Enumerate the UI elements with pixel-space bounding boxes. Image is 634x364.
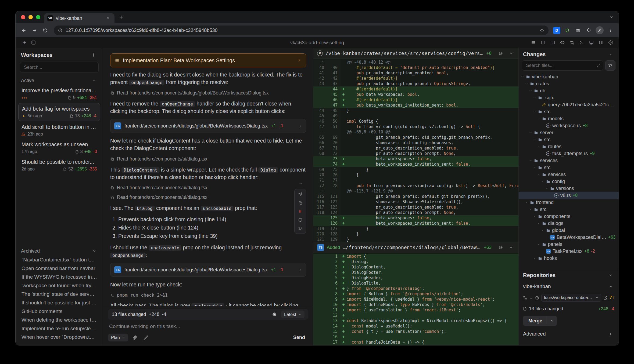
more-actions-button[interactable] [296, 179, 305, 187]
mode-dropdown[interactable]: Plan [108, 334, 128, 341]
extensions-button[interactable] [584, 26, 593, 35]
tree-folder-row[interactable]: server [519, 129, 619, 136]
changes-collapse-button[interactable] [606, 50, 614, 58]
tree-folder-row[interactable]: src [519, 206, 619, 213]
archived-workspace-item[interactable]: When hover over `Dropdown.tsx` i... [16, 333, 103, 341]
workspace-item[interactable]: Add beta flag for workspaces5m ago13+248… [18, 103, 100, 121]
tree-folder-row[interactable]: db [519, 87, 619, 94]
close-window-button[interactable] [21, 15, 25, 19]
maximize-window-button[interactable] [36, 15, 40, 19]
tree-folder-row[interactable]: services [519, 157, 619, 164]
edited-file-card[interactable]: TSfrontend/src/components/dialogs/global… [110, 119, 306, 133]
tab-search-button[interactable] [607, 13, 615, 21]
workspaces-search-input[interactable] [20, 62, 99, 73]
message-input[interactable]: Continue working on this task... [108, 321, 308, 330]
archived-workspace-item[interactable]: GitHub comments [16, 307, 103, 316]
dev-server-button[interactable] [587, 39, 596, 46]
site-info-button[interactable] [58, 28, 62, 32]
workspace-item[interactable]: Mark workspaces as unseen17h ago3+45-0 [16, 139, 103, 156]
repositories-collapse-button[interactable] [606, 271, 614, 279]
branch-selector[interactable]: louis/workspace-onboarding [541, 294, 601, 302]
toggle-right-panel-button[interactable] [597, 39, 605, 46]
tree-folder-row[interactable]: src [519, 164, 619, 171]
repository-row[interactable]: vibe-kanban [519, 281, 619, 292]
tool-call-row[interactable]: Read frontend/src/components/ui/dialog.t… [110, 185, 306, 191]
archived-workspace-item[interactable]: 'workspace not found' when trying ... [16, 281, 103, 290]
tree-folder-row[interactable]: panels [519, 241, 619, 248]
merge-options-button[interactable] [548, 316, 557, 326]
diff-header[interactable]: R /vibe-kanban/crates/services/src/servi… [313, 48, 518, 59]
tree-file-row[interactable]: query-70b21c5c0a2ba5c21c9c1132f14a68 [519, 101, 619, 108]
layout-columns-button[interactable] [539, 39, 547, 46]
advanced-row[interactable]: Advanced [519, 328, 619, 340]
tab-close-button[interactable] [105, 15, 111, 21]
send-button[interactable]: Send [290, 333, 308, 342]
open-file-button[interactable] [497, 244, 504, 251]
diff-hunk-header[interactable]: @@ -65,8 +69,10 @@ [313, 129, 518, 135]
browser-menu-button[interactable] [606, 26, 615, 35]
open-in-ide-button[interactable] [19, 39, 28, 46]
archived-workspace-item[interactable]: If the WYSIWYG is focussed in `Cre... [16, 273, 103, 281]
tool-call-row[interactable]: Read frontend/src/components/dialogs/glo… [110, 90, 306, 96]
tree-folder-row[interactable]: src [519, 108, 619, 115]
url-bar[interactable]: 127.0.0.1:57095/workspaces/c63c9fd6-dfb8… [54, 26, 549, 35]
merge-button[interactable]: Merge [523, 316, 548, 326]
profile-avatar[interactable] [596, 26, 604, 34]
expand-search-button[interactable] [597, 63, 600, 67]
collapse-diff-button[interactable] [507, 50, 515, 57]
open-branch-button[interactable] [603, 296, 607, 300]
tree-file-row[interactable]: Rworkspace.rs+8 [519, 122, 619, 129]
git-actions-button[interactable] [568, 39, 576, 46]
git-branch-button[interactable] [296, 224, 305, 232]
archived-collapse-button[interactable] [91, 248, 98, 254]
archived-workspace-item[interactable]: `NavbarContainer.tsx` button to g... [16, 256, 103, 264]
browser-tab[interactable]: VK vibe-kanban [44, 13, 114, 23]
open-file-button[interactable] [497, 50, 504, 57]
open-preview-button[interactable] [296, 216, 305, 224]
tree-folder-row[interactable]: hooks [519, 255, 619, 262]
board-view-button[interactable] [29, 39, 38, 46]
diff-hunk-header[interactable]: @@ -40,8 +40,12 @@ [313, 60, 518, 65]
diff-view-toggle-button[interactable] [605, 60, 615, 71]
forward-button[interactable] [30, 26, 39, 35]
tool-call-row[interactable]: Read frontend/src/components/ui/dialog.t… [110, 156, 306, 162]
archived-workspace-item[interactable]: Open command bar from navbar [16, 264, 103, 273]
tree-folder-row[interactable]: config [519, 178, 619, 185]
edit-button[interactable] [142, 334, 150, 341]
diff-header[interactable]: TS Added …/frontend/src/components/dialo… [313, 242, 518, 253]
tree-file-row[interactable]: Rv8.rs+8 [519, 192, 619, 199]
stop-process-button[interactable] [296, 207, 305, 215]
camera-extension-button[interactable] [573, 26, 583, 35]
tool-call-row[interactable]: pnpm run check 2>&1 [110, 293, 306, 298]
tree-folder-row[interactable]: .sqlx [519, 94, 619, 101]
edited-file-card[interactable]: TSfrontend/src/components/dialogs/global… [110, 263, 306, 277]
files-search-input[interactable] [522, 60, 603, 71]
collapse-diff-button[interactable] [507, 244, 515, 251]
diff-hunk-header[interactable]: @@ -115,7 +121,9 @@ [313, 188, 518, 194]
add-workspace-button[interactable] [89, 51, 98, 59]
tree-folder-row[interactable]: services [519, 171, 619, 178]
tree-folder-row[interactable]: src [519, 136, 619, 143]
toggle-left-panel-button[interactable] [548, 39, 557, 46]
tree-file-row[interactable]: TSTaskPanel.tsx+8-2 [519, 248, 619, 255]
extension-d-button[interactable]: D [553, 27, 560, 34]
tree-folder-row[interactable]: models [519, 115, 619, 122]
files-changed-bar[interactable]: 13 files changed +248 -4 Latest [108, 309, 308, 320]
reload-button[interactable] [40, 26, 50, 35]
tree-folder-row[interactable]: routes [519, 143, 619, 150]
archived-workspace-item[interactable]: Implement the re-run setup/cleanu... [16, 324, 103, 333]
tree-file-row[interactable]: TSBetaWorkspacesDialog.tsx+63 [519, 234, 619, 241]
bookmark-button[interactable] [540, 28, 544, 33]
send-to-button[interactable] [296, 190, 305, 198]
workspace-item[interactable]: Improve the preview functionality: ...••… [16, 85, 103, 103]
tree-folder-row[interactable]: global [519, 227, 619, 234]
version-dropdown[interactable]: Latest [281, 311, 305, 318]
attach-button[interactable] [131, 334, 139, 341]
preview-button[interactable] [558, 39, 567, 46]
tree-folder-row[interactable]: dialogs [519, 220, 619, 227]
settings-button[interactable] [606, 39, 615, 46]
implementation-plan-banner[interactable]: Implementation Plan: Beta Workspaces Set… [110, 53, 306, 67]
tree-folder-row[interactable]: vibe-kanban [519, 73, 619, 80]
tree-folder-row[interactable]: components [519, 213, 619, 220]
tree-file-row[interactable]: Rtask_attempts.rs+9 [519, 150, 619, 157]
